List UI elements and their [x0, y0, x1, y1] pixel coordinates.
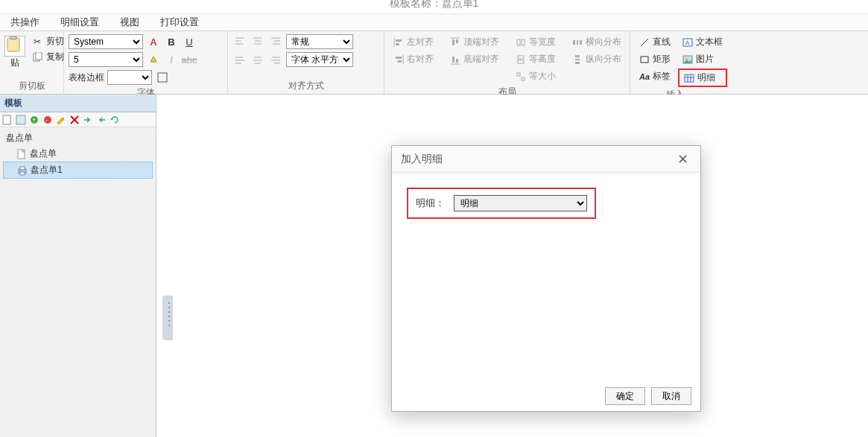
svg-point-71 — [168, 311, 170, 313]
svg-rect-24 — [396, 39, 402, 42]
layout-right-align[interactable]: 右对齐 — [389, 51, 438, 67]
svg-rect-31 — [456, 39, 458, 43]
layout-left-align[interactable]: 左对齐 — [389, 34, 438, 50]
scissors-icon: ✂ — [31, 36, 43, 48]
insert-rect[interactable]: 矩形 — [635, 51, 675, 67]
panel-new-icon[interactable] — [1, 114, 13, 126]
panel-template-icon[interactable] — [15, 114, 27, 126]
group-insert: 直线 矩形 Aa标签 A文本框 图片 明细 插入 — [630, 31, 720, 94]
tree-root-item[interactable]: 盘点单 — [3, 130, 153, 146]
cut-button[interactable]: ✂ 剪切 — [28, 34, 67, 48]
font-color-button[interactable]: A — [146, 34, 161, 49]
fill-color-button[interactable] — [146, 52, 161, 67]
bold-button[interactable]: B — [164, 34, 179, 49]
insert-detail[interactable]: 明细 — [678, 68, 727, 87]
svg-rect-30 — [452, 39, 454, 45]
panel-header: 模板 — [0, 95, 156, 112]
copy-button[interactable]: 复制 — [28, 50, 67, 64]
svg-rect-44 — [575, 55, 580, 57]
align-mode-select[interactable]: 常规 — [286, 34, 353, 49]
detail-field-row: 明细： 明细 — [407, 188, 596, 219]
panel-remove-icon[interactable]: - — [42, 114, 54, 126]
tree-item-2[interactable]: 盘点单1 — [3, 162, 153, 179]
insert-textbox[interactable]: A文本框 — [678, 34, 727, 50]
dialog-body: 明细： 明细 — [392, 173, 700, 381]
svg-rect-57 — [3, 115, 10, 124]
cancel-button[interactable]: 取消 — [651, 387, 691, 405]
title-bar: 模板名称：盘点单1 — [0, 0, 868, 13]
align-group-label: 对齐方式 — [232, 78, 379, 92]
detail-select[interactable]: 明细 — [454, 195, 587, 211]
panel-refresh-icon[interactable] — [109, 114, 121, 126]
paste-button[interactable]: 贴 — [4, 34, 25, 70]
panel-delete-icon[interactable] — [69, 114, 80, 126]
layout-v-distribute[interactable]: 纵向分布 — [568, 51, 626, 67]
align-top-center-icon[interactable] — [250, 34, 265, 49]
panel-add-icon[interactable]: + — [28, 114, 40, 126]
clipboard-label: 剪切板 — [4, 78, 59, 92]
insert-image[interactable]: 图片 — [678, 51, 727, 67]
layout-eq-height[interactable]: 等高度 — [511, 51, 560, 67]
svg-rect-46 — [575, 62, 580, 64]
svg-point-73 — [168, 320, 170, 322]
font-family-select[interactable]: System — [69, 34, 143, 49]
group-layout: 左对齐 右对齐 顶端对齐 底端对齐 等宽度 等高度 等大小 横向分布 纵向分布 … — [384, 31, 630, 94]
font-size-select[interactable]: 5 — [69, 52, 143, 67]
svg-rect-1 — [10, 36, 16, 39]
panel-toolbar: + - — [0, 112, 156, 127]
svg-rect-37 — [518, 56, 524, 59]
tree-item-1[interactable]: 盘点单 — [3, 146, 153, 162]
align-mid-center-icon[interactable] — [250, 52, 265, 67]
svg-rect-25 — [396, 43, 399, 45]
menu-common-ops[interactable]: 共操作 — [0, 14, 50, 31]
strike-button[interactable]: abc — [182, 52, 197, 67]
underline-button[interactable]: U — [182, 34, 197, 49]
panel-export-icon[interactable] — [95, 114, 107, 126]
group-align: 常规 字体 水平方向 对齐方式 — [228, 31, 384, 94]
menu-view[interactable]: 视图 — [110, 14, 150, 31]
svg-rect-53 — [685, 74, 694, 82]
insert-line[interactable]: 直线 — [635, 34, 675, 50]
svg-rect-58 — [16, 115, 25, 124]
svg-point-74 — [168, 325, 170, 326]
svg-rect-3 — [36, 52, 42, 60]
ok-button[interactable]: 确定 — [605, 387, 645, 405]
menu-detail-settings[interactable]: 明细设置 — [50, 14, 110, 31]
printer-icon — [17, 165, 28, 176]
align-mid-right-icon[interactable] — [268, 52, 283, 67]
font-horizontal-select[interactable]: 字体 水平方向 — [286, 52, 353, 67]
svg-rect-42 — [577, 40, 578, 45]
svg-point-69 — [168, 302, 170, 304]
panel-import-icon[interactable] — [82, 114, 94, 126]
border-style-button[interactable] — [155, 70, 170, 85]
italic-button[interactable]: I — [164, 52, 179, 67]
align-top-right-icon[interactable] — [268, 34, 283, 49]
dialog-title: 加入明细 — [401, 153, 443, 166]
layout-top-align[interactable]: 顶端对齐 — [446, 34, 504, 50]
align-top-left-icon[interactable] — [232, 34, 247, 49]
svg-line-47 — [641, 39, 648, 46]
align-mid-left-icon[interactable] — [232, 52, 247, 67]
table-border-select[interactable] — [107, 70, 152, 85]
copy-icon — [31, 51, 43, 63]
svg-rect-28 — [398, 60, 402, 63]
svg-text:-: - — [45, 116, 48, 124]
canvas-grip[interactable] — [162, 296, 173, 340]
border-label: 表格边框 — [69, 71, 104, 84]
template-panel: 模板 + - 盘点单 盘点单 盘点单1 — [0, 95, 156, 437]
menu-bar: 共操作 明细设置 视图 打印设置 — [0, 13, 868, 31]
menu-print-settings[interactable]: 打印设置 — [150, 14, 209, 31]
svg-text:+: + — [32, 116, 36, 124]
svg-rect-45 — [575, 59, 580, 60]
layout-bottom-align[interactable]: 底端对齐 — [446, 51, 504, 67]
dialog-close-button[interactable]: ✕ — [674, 151, 691, 168]
insert-label[interactable]: Aa标签 — [635, 68, 675, 84]
svg-rect-34 — [456, 59, 458, 63]
layout-eq-width[interactable]: 等宽度 — [511, 34, 560, 50]
layout-h-distribute[interactable]: 横向分布 — [568, 34, 626, 50]
layout-eq-size[interactable]: 等大小 — [511, 68, 560, 84]
panel-edit-icon[interactable] — [55, 114, 67, 126]
svg-rect-38 — [518, 60, 524, 63]
svg-rect-40 — [522, 77, 525, 80]
group-font: System A B U 5 I abc 表格边框 字体 — [64, 31, 228, 94]
